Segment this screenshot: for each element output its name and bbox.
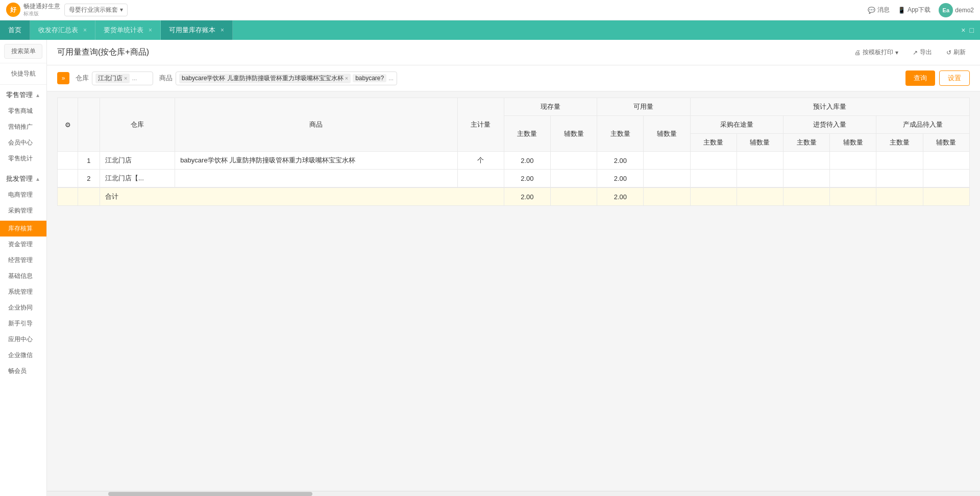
th-available-main: 主数量 — [597, 116, 644, 152]
sidebar-item-quick-nav[interactable]: 快捷导航 — [0, 66, 46, 81]
footer-production-main — [876, 187, 923, 206]
sidebar-item-basics[interactable]: 基础信息 — [0, 268, 46, 284]
footer-production-aux — [923, 187, 969, 206]
th-settings[interactable]: ⚙ — [58, 98, 78, 152]
sidebar-item-enterprise-wx[interactable]: 企业微信 — [0, 347, 46, 363]
app-download-label: App下载 — [908, 6, 930, 14]
tab-available-stock[interactable]: 可用量库存账本 × — [161, 20, 233, 40]
tab-home[interactable]: 首页 — [0, 20, 30, 40]
refresh-label: 刷新 — [953, 48, 966, 57]
export-btn[interactable]: ↗ 导出 — [909, 46, 936, 59]
product-tag-1: babycare学饮杯 儿童防摔防撞吸管杯重力球吸嘴杯宝宝水杯 × — [179, 74, 351, 83]
sidebar-item-operations[interactable]: 经营管理 — [0, 252, 46, 268]
row1-stock-aux — [551, 152, 597, 170]
sidebar-item-marketing[interactable]: 营销推广 — [0, 119, 46, 135]
sidebar-group-wholesale-header[interactable]: 批发管理 ▲ — [0, 171, 46, 187]
sidebar-group-retail-header[interactable]: 零售管理 ▲ — [0, 87, 46, 103]
avatar: Ea — [939, 3, 953, 17]
th-purchase-transit: 采购在途量 — [690, 116, 783, 134]
footer-stock-aux — [551, 187, 597, 206]
tabs-bar-right: × □ — [955, 20, 980, 40]
table-area: ⚙ 仓库 商品 主计量 现存量 可用量 预计入库量 主数量 辅数量 主数量 辅数… — [47, 91, 980, 491]
row1-product: babycare学饮杯 儿童防摔防撞吸管杯重力球吸嘴杯宝宝水杯 — [175, 152, 458, 170]
th-stock-main: 主数量 — [504, 116, 550, 152]
product-tag-2-text: babycare? — [355, 75, 384, 82]
th-incoming-main: 主数量 — [783, 134, 830, 152]
sidebar-item-retail-stats[interactable]: 零售统计 — [0, 151, 46, 167]
filter-expand-btn[interactable]: » — [57, 72, 69, 84]
row2-unit — [457, 170, 504, 188]
warehouse-tag-text: 江北门店 — [98, 74, 122, 83]
product-tag-1-close[interactable]: × — [345, 75, 348, 81]
row1-incoming-main — [783, 152, 830, 170]
user-area[interactable]: Ea demo2 — [939, 3, 974, 17]
print-icon: 🖨 — [854, 49, 861, 56]
row2-incoming-main — [783, 170, 830, 188]
export-icon: ↗ — [913, 49, 918, 56]
sidebar-group-retail: 零售管理 ▲ 零售商城 营销推广 会员中心 零售统计 — [0, 85, 46, 169]
footer-incoming-main — [783, 187, 830, 206]
footer-index — [78, 187, 100, 206]
sidebar-group-retail-label: 零售管理 — [6, 90, 33, 100]
message-label: 消息 — [877, 6, 890, 14]
page-header: 可用量查询(按仓库+商品) 🖨 按模板打印 ▾ ↗ 导出 ↺ 刷新 — [47, 40, 980, 65]
product-more[interactable]: ... — [388, 75, 394, 82]
tab-available-stock-close[interactable]: × — [220, 27, 224, 34]
row1-production-aux — [923, 152, 969, 170]
row2-production-main — [876, 170, 923, 188]
app-download-btn[interactable]: 📱 App下载 — [898, 6, 930, 14]
sidebar-item-retail-shop[interactable]: 零售商城 — [0, 103, 46, 119]
footer-stock-main: 2.00 — [504, 187, 550, 206]
tab-receivables-close[interactable]: × — [83, 27, 87, 34]
row2-incoming-aux — [830, 170, 876, 188]
row2-available-main: 2.00 — [597, 170, 644, 188]
product-label: 商品 — [159, 74, 173, 83]
sidebar-search-area: 搜索菜单 — [0, 40, 46, 63]
content-area: 可用量查询(按仓库+商品) 🖨 按模板打印 ▾ ↗ 导出 ↺ 刷新 » — [47, 40, 980, 496]
row2-stock-aux — [551, 170, 597, 188]
search-menu-btn[interactable]: 搜索菜单 — [4, 44, 42, 59]
sidebar-item-member[interactable]: 会员中心 — [0, 135, 46, 151]
sidebar-item-inventory[interactable]: 库存核算 — [0, 221, 46, 237]
row2-purchase-aux — [737, 170, 783, 188]
app-edition: 标准版 — [23, 10, 60, 17]
product-tag-2: babycare? — [353, 74, 386, 82]
sidebar-item-newbie[interactable]: 新手引导 — [0, 316, 46, 332]
close-window-btn[interactable]: × — [961, 26, 965, 34]
sidebar-item-app-center[interactable]: 应用中心 — [0, 332, 46, 347]
tab-order-stats[interactable]: 要货单统计表 × — [95, 20, 161, 40]
message-btn[interactable]: 💬 消息 — [868, 6, 890, 14]
sidebar-item-finance[interactable]: 资金管理 — [0, 237, 46, 252]
template-print-btn[interactable]: 🖨 按模板打印 ▾ — [850, 46, 902, 59]
tab-order-stats-close[interactable]: × — [149, 27, 152, 34]
setting-btn[interactable]: 设置 — [939, 70, 970, 86]
th-product: 商品 — [175, 98, 458, 152]
footer-available-aux — [644, 187, 690, 206]
industry-selector[interactable]: 母婴行业演示账套 ▾ — [64, 4, 128, 16]
maximize-window-btn[interactable]: □ — [970, 26, 974, 34]
sidebar-item-vip[interactable]: 畅会员 — [0, 363, 46, 379]
table-footer-row: 合计 2.00 2.00 — [58, 187, 970, 206]
warehouse-more[interactable]: ... — [132, 75, 137, 82]
sidebar-item-ecommerce[interactable]: 电商管理 — [0, 187, 46, 203]
row2-purchase-main — [690, 170, 737, 188]
warehouse-tag-container[interactable]: 江北门店 × ... — [92, 72, 153, 85]
refresh-btn[interactable]: ↺ 刷新 — [942, 46, 970, 59]
sidebar-item-system[interactable]: 系统管理 — [0, 284, 46, 300]
warehouse-tag-jiangbei: 江北门店 × — [95, 74, 130, 83]
horizontal-scrollbar[interactable] — [47, 491, 980, 496]
tab-receivables[interactable]: 收发存汇总表 × — [30, 20, 95, 40]
row1-purchase-aux — [737, 152, 783, 170]
warehouse-label: 仓库 — [76, 74, 89, 83]
product-tag-container[interactable]: babycare学饮杯 儿童防摔防撞吸管杯重力球吸嘴杯宝宝水杯 × babyca… — [176, 72, 397, 85]
table-row: 2 江北门店【... 2.00 2.00 — [58, 170, 970, 188]
sidebar-item-enterprise[interactable]: 企业协同 — [0, 300, 46, 316]
warehouse-tag-close[interactable]: × — [124, 75, 127, 81]
row1-available-aux — [644, 152, 690, 170]
tabs-bar: 首页 收发存汇总表 × 要货单统计表 × 可用量库存账本 × × □ — [0, 20, 980, 40]
query-btn[interactable]: 查询 — [905, 70, 935, 86]
sidebar-item-purchase[interactable]: 采购管理 — [0, 203, 46, 219]
scrollbar-thumb[interactable] — [108, 492, 312, 496]
th-incoming: 进货待入量 — [783, 116, 876, 134]
th-forecast: 预计入库量 — [690, 98, 969, 116]
